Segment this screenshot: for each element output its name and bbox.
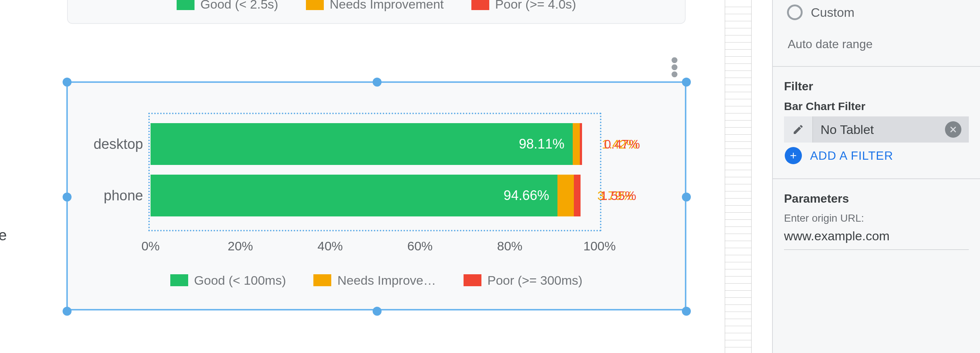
radio-icon (787, 5, 803, 20)
filter-subtitle: Bar Chart Filter (784, 100, 969, 113)
bar-row-phone[interactable]: 94.66% 3.79% 1.55% (151, 175, 600, 216)
date-range-custom-option[interactable]: Custom (787, 5, 969, 20)
auto-date-range[interactable]: Auto date range (788, 37, 969, 51)
add-filter-label: ADD A FILTER (810, 149, 893, 163)
legend-improve: Needs Improve… (313, 273, 436, 288)
overflow-labels-phone: 3.79% 1.55% (600, 175, 606, 216)
category-phone: phone (103, 188, 143, 204)
seg-poor (580, 123, 582, 165)
parameters-section-title: Parameters (784, 192, 969, 206)
value-good-phone: 94.66% (504, 188, 549, 203)
input-underline (784, 249, 969, 250)
chart-legend: Good (< 100ms) Needs Improve… Poor (>= 3… (67, 273, 686, 288)
legend-improve: Needs Improvement (306, 0, 444, 11)
legend-good: Good (< 100ms) (170, 273, 286, 288)
filter-section-title: Filter (784, 80, 969, 93)
swatch-icon (313, 274, 331, 286)
legend-poor: Poor (>= 300ms) (463, 273, 582, 288)
origin-url-value[interactable]: www.example.com (784, 229, 969, 243)
edit-filter-icon[interactable] (784, 117, 813, 142)
origin-url-label: Enter origin URL: (784, 212, 969, 224)
value-good-desktop: 98.11% (519, 136, 565, 152)
plus-icon (785, 147, 802, 164)
swatch-icon (463, 274, 481, 286)
properties-panel: Custom Auto date range Filter Bar Chart … (772, 0, 980, 353)
seg-good: 94.66% (151, 175, 557, 216)
filter-chip[interactable]: No Tablet (784, 117, 969, 142)
y-axis-labels: desktop phone (80, 116, 143, 228)
remove-filter-icon[interactable] (945, 121, 961, 138)
vertical-ruler (725, 0, 752, 353)
overflow-labels-desktop: 1.42% 0.47% (600, 123, 606, 165)
stacked-bar-chart[interactable]: 98.11% 1.42% 0.47% 94.66% 3.79% 1.55% (151, 116, 600, 228)
legend-good: Good (< 2.5s) (177, 0, 278, 11)
seg-improve (557, 175, 574, 216)
bar-row-desktop[interactable]: 98.11% 1.42% 0.47% (151, 123, 600, 165)
seg-poor (574, 175, 581, 216)
swatch-icon (170, 274, 188, 286)
upper-chart-legend-card: Good (< 2.5s) Needs Improvement Poor (>=… (67, 0, 686, 24)
chart-more-icon[interactable]: ••• (671, 56, 678, 77)
add-filter-button[interactable]: ADD A FILTER (785, 147, 969, 164)
seg-good: 98.11% (151, 123, 573, 165)
swatch-icon (471, 0, 489, 10)
swatch-icon (177, 0, 194, 10)
x-axis: 0% 20% 40% 60% 80% 100% (151, 233, 600, 259)
filter-chip-label: No Tablet (813, 122, 945, 137)
seg-improve (573, 123, 580, 165)
category-desktop: desktop (94, 136, 143, 152)
cropped-left-text: e (0, 227, 7, 244)
swatch-icon (306, 0, 324, 10)
legend-poor: Poor (>= 4.0s) (471, 0, 576, 11)
radio-label: Custom (811, 5, 854, 20)
